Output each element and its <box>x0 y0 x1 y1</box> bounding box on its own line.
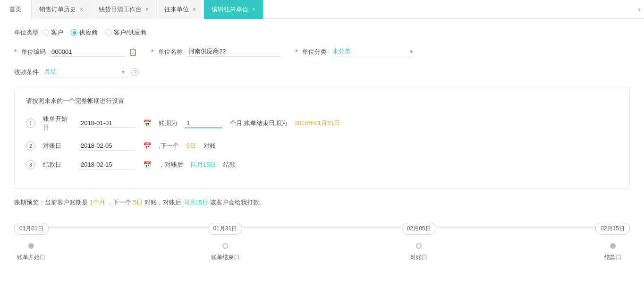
code-input[interactable] <box>50 47 125 57</box>
row-num-3: 3 <box>26 160 35 169</box>
row2-suffix: 对账 <box>203 142 216 150</box>
radio-supplier-label: 供应商 <box>79 28 98 37</box>
tl-label-2: 对账日 <box>410 253 427 262</box>
tl-point-1: 01月31日 账单结束日 <box>208 223 242 262</box>
row-num-2: 2 <box>26 141 35 151</box>
tl-point-3: 02月15日 结款日 <box>595 223 630 262</box>
setting-row-1: 1 账单开始日 📅 账期为 个月,账单结束日期为 2018年01月31日 <box>26 115 618 132</box>
payment-label: 收款条件 <box>14 68 39 76</box>
tab-edit-partner-close[interactable]: × <box>252 6 255 13</box>
unit-type-group: 单位类型 客户 供应商 客户/供应商 <box>14 28 146 37</box>
preview-suffix: 该客户会给我打款。 <box>210 199 265 206</box>
row3-cal-icon[interactable]: 📅 <box>143 161 151 169</box>
tl-dot-1 <box>222 243 228 249</box>
setting-row-2: 2 对账日 📅 ,下一个 5日 对账 <box>26 141 618 151</box>
tl-badge-2: 02月05日 <box>402 223 436 235</box>
name-group: * 单位名称 <box>151 47 281 57</box>
row3-suffix: 结款 <box>223 160 236 169</box>
row1-label: 账单开始日 <box>43 115 71 132</box>
code-group: * 单位编码 📋 <box>14 47 137 57</box>
tab-sales-label: 销售订单历史 <box>39 5 76 14</box>
category-group: * 单位分类 未分类 ▼ <box>295 46 415 57</box>
tab-sales-history[interactable]: 销售订单历史 × <box>32 0 91 19</box>
payment-row: 收款条件 月结 ▼ ? <box>14 67 630 77</box>
cat-select[interactable]: 未分类 ▼ <box>330 46 415 57</box>
row2-prefix: ,下一个 <box>159 142 179 150</box>
tl-badge-1: 01月31日 <box>208 223 242 235</box>
row1-mid-text: 账期为 <box>159 119 177 127</box>
radio-customer[interactable]: 客户 <box>42 28 63 37</box>
row1-suffix-text: 个月,账单结束日期为 <box>230 119 287 127</box>
timeline-points: 01月01日 账单开始日 01月31日 账单结束日 02月05日 对账日 02月… <box>14 223 630 262</box>
payment-select[interactable]: 月结 ▼ <box>42 67 127 77</box>
tab-sales-close[interactable]: × <box>80 6 83 13</box>
row1-date-input[interactable] <box>79 118 136 128</box>
cat-label: 单位分类 <box>302 48 327 56</box>
unit-type-row: 单位类型 客户 供应商 客户/供应商 <box>14 28 630 37</box>
tab-partner[interactable]: 往来单位 × <box>157 0 204 19</box>
code-star: * <box>14 48 17 55</box>
radio-supplier[interactable]: 供应商 <box>71 28 98 37</box>
cat-select-arrow: ▼ <box>409 49 414 54</box>
code-calendar-icon[interactable]: 📋 <box>129 48 137 56</box>
row2-date-input[interactable] <box>79 141 136 151</box>
tab-cashflow-close[interactable]: × <box>145 6 149 13</box>
tab-home-label: 首页 <box>9 5 22 14</box>
preview-mid1: ，下一个 <box>107 199 131 206</box>
row2-cal-icon[interactable]: 📅 <box>143 142 151 150</box>
page-content: 单位类型 客户 供应商 客户/供应商 * 单位编码 <box>0 19 644 287</box>
tl-point-0: 01月01日 账单开始日 <box>14 223 49 262</box>
radio-both[interactable]: 客户/供应商 <box>105 28 146 37</box>
preview-mid2: 对账，对账后 <box>144 199 181 206</box>
card-title: 请按照未来的一个完整帐期进行设置 <box>26 97 618 105</box>
row2-highlight: 5日 <box>186 142 196 150</box>
row1-cal-icon[interactable]: 📅 <box>143 119 151 127</box>
preview-prefix: 账期预览：当前客户账期是 <box>14 199 88 206</box>
timeline: 01月01日 账单开始日 01月31日 账单结束日 02月05日 对账日 02月… <box>14 218 630 280</box>
row3-date-input[interactable] <box>79 160 136 169</box>
unit-type-label: 单位类型 <box>14 28 39 37</box>
tl-label-0: 账单开始日 <box>17 253 45 262</box>
tl-badge-3: 02月15日 <box>595 223 630 235</box>
row3-prefix: ，对账后 <box>159 160 183 169</box>
cat-select-value: 未分类 <box>332 47 409 56</box>
radio-customer-circle <box>42 29 49 36</box>
payment-select-arrow: ▼ <box>121 69 126 75</box>
tl-dot-2 <box>416 243 422 249</box>
radio-customer-label: 客户 <box>51 28 63 37</box>
tl-badge-0: 01月01日 <box>14 223 49 235</box>
tabs-expand-btn[interactable]: › <box>635 0 644 19</box>
tl-point-2: 02月05日 对账日 <box>402 223 436 262</box>
preview-section: 账期预览：当前客户账期是 1个月 ，下一个 5日 对账，对账后 同月15日 该客… <box>14 198 630 207</box>
tab-edit-partner[interactable]: 编辑往来单位 × <box>204 0 263 19</box>
row1-period-input[interactable] <box>185 118 222 128</box>
name-star: * <box>151 48 153 55</box>
tab-edit-partner-label: 编辑往来单位 <box>212 5 248 14</box>
row3-label: 结款日 <box>43 160 71 169</box>
payment-help-icon[interactable]: ? <box>131 68 139 76</box>
tab-partner-close[interactable]: × <box>193 6 196 13</box>
settings-card: 请按照未来的一个完整帐期进行设置 1 账单开始日 📅 账期为 个月,账单结束日期… <box>14 87 630 189</box>
tl-label-1: 账单结束日 <box>211 253 239 262</box>
payment-select-value: 月结 <box>44 68 121 76</box>
row3-highlight: 同月15日 <box>191 160 216 169</box>
name-input[interactable] <box>186 47 281 57</box>
preview-part3: 同月15日 <box>183 199 208 206</box>
tab-cashflow-label: 钱货日清工作台 <box>99 5 142 14</box>
code-label: 单位编码 <box>21 48 46 56</box>
tab-home[interactable]: 首页 <box>0 0 32 19</box>
setting-row-3: 3 结款日 📅 ，对账后 同月15日 结款 <box>26 160 618 169</box>
radio-both-circle <box>105 29 112 36</box>
preview-part2: 5日 <box>133 199 143 206</box>
name-label: 单位名称 <box>158 48 183 56</box>
tab-partner-label: 往来单位 <box>164 5 189 14</box>
radio-supplier-circle <box>71 29 77 36</box>
tl-dot-3 <box>610 243 616 249</box>
radio-group: 客户 供应商 客户/供应商 <box>42 28 146 37</box>
payment-group: 收款条件 月结 ▼ ? <box>14 67 139 77</box>
tab-cashflow[interactable]: 钱货日清工作台 × <box>91 0 157 19</box>
cat-star: * <box>295 48 297 55</box>
row2-label: 对账日 <box>43 142 71 150</box>
tl-label-3: 结款日 <box>604 253 621 262</box>
code-name-row: * 单位编码 📋 * 单位名称 * 单位分类 未分类 ▼ <box>14 46 630 57</box>
